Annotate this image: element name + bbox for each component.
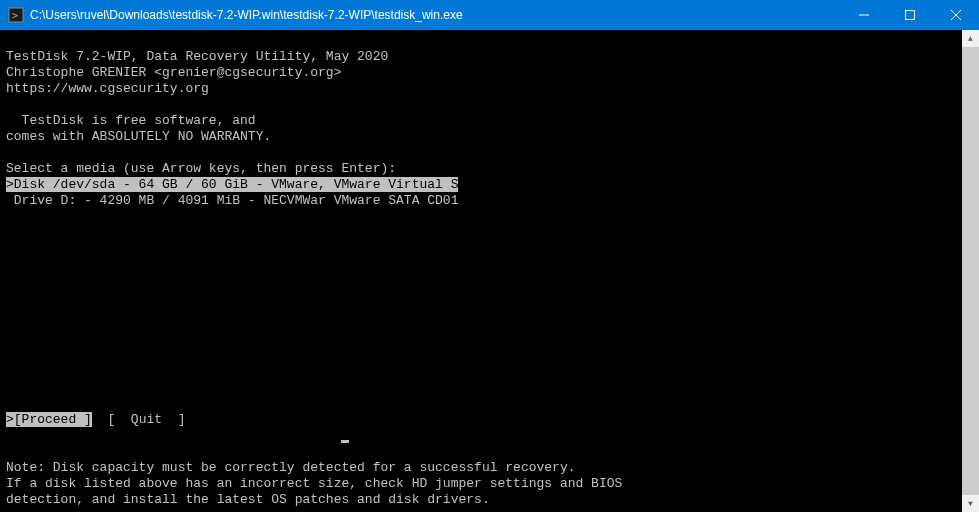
select-prompt: Select a media (use Arrow keys, then pre… — [6, 161, 396, 176]
cursor-line — [6, 428, 956, 444]
maximize-button[interactable] — [887, 0, 933, 30]
svg-text:>: > — [12, 10, 18, 21]
intro-line: TestDisk is free software, and — [6, 113, 256, 128]
header-line: TestDisk 7.2-WIP, Data Recovery Utility,… — [6, 49, 388, 64]
app-icon: > — [8, 7, 24, 23]
scroll-down-arrow[interactable]: ▼ — [962, 495, 979, 512]
note-line: If a disk listed above has an incorrect … — [6, 476, 622, 491]
close-button[interactable] — [933, 0, 979, 30]
disk-row-selected[interactable]: >Disk /dev/sda - 64 GB / 60 GiB - VMware… — [6, 177, 458, 192]
note-line: Note: Disk capacity must be correctly de… — [6, 460, 576, 475]
vertical-scrollbar[interactable]: ▲ ▼ — [962, 30, 979, 512]
text-cursor — [341, 440, 349, 443]
svg-rect-3 — [906, 11, 915, 20]
intro-line: comes with ABSOLUTELY NO WARRANTY. — [6, 129, 271, 144]
header-line: https://www.cgsecurity.org — [6, 81, 209, 96]
window-title: C:\Users\ruvel\Downloads\testdisk-7.2-WI… — [30, 8, 841, 22]
menu-row: >[Proceed ] [ Quit ] — [6, 412, 185, 427]
quit-button[interactable]: [ Quit ] — [107, 412, 185, 427]
window-controls — [841, 0, 979, 30]
proceed-marker: > — [6, 412, 14, 427]
disk-row[interactable]: Drive D: - 4290 MB / 4091 MiB - NECVMWar… — [6, 193, 458, 208]
minimize-button[interactable] — [841, 0, 887, 30]
note-line: detection, and install the latest OS pat… — [6, 492, 490, 507]
window-titlebar: > C:\Users\ruvel\Downloads\testdisk-7.2-… — [0, 0, 979, 30]
bottom-section: >[Proceed ] [ Quit ] Note: Disk capacity… — [6, 396, 956, 508]
scroll-up-arrow[interactable]: ▲ — [962, 30, 979, 47]
proceed-button[interactable]: [Proceed ] — [14, 412, 92, 427]
scroll-thumb[interactable] — [962, 47, 979, 495]
terminal-content[interactable]: TestDisk 7.2-WIP, Data Recovery Utility,… — [0, 30, 979, 512]
header-line: Christophe GRENIER <grenier@cgsecurity.o… — [6, 65, 341, 80]
